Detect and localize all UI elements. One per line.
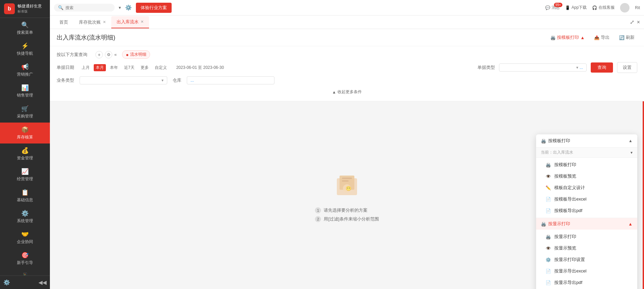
tab-home[interactable]: 首页 (54, 17, 74, 28)
display-excel-item[interactable]: 📄 按显示导出excel (536, 265, 637, 277)
template-custom-item[interactable]: ✏️ 模板自定义设计 (536, 182, 637, 193)
display-settings-label: 按显示打印设置 (554, 257, 585, 263)
display-excel-icon: 📄 (546, 269, 551, 274)
message-button[interactable]: 💬 消息 99+ (545, 5, 560, 10)
collab-icon: 🤝 (21, 231, 29, 238)
message-icon: 💬 (545, 5, 550, 10)
tab-batch-ledger[interactable]: 库存批次账 ✕ (74, 17, 111, 28)
template-print-item[interactable]: 🖨️ 按模板打印 (536, 159, 637, 170)
biz-dropdown[interactable]: ▾ (80, 76, 167, 84)
app-download-button[interactable]: 📱 App下载 (565, 5, 587, 10)
sidebar-item-marketing[interactable]: 📢 营销推广 (0, 60, 50, 81)
topbar: 🔍 ▾ ⚙️ 体验行业方案 💬 消息 99+ 📱 App下载 🎧 在线客服 Ri… (50, 0, 644, 16)
template-excel-item[interactable]: 📄 按模板导出excel (536, 193, 637, 205)
refresh-button[interactable]: 🔄 刷新 (616, 33, 637, 42)
sidebar-item-collab[interactable]: 🤝 企业协同 (0, 227, 50, 248)
date-range-display: 2023-06-01 至 2023-06-30 (176, 65, 224, 71)
collapse-button[interactable]: ▲ 收起更多条件 (325, 87, 369, 97)
date-this-month[interactable]: 本月 (94, 64, 106, 71)
sidebar-item-purchase[interactable]: 🛒 采购管理 (0, 102, 50, 123)
tab-flow-close-icon[interactable]: ✕ (141, 20, 144, 24)
tab-expand: ⤢ × (630, 19, 640, 25)
type-more-button[interactable]: ... (580, 65, 583, 70)
date-more[interactable]: 更多 (139, 64, 151, 71)
sidebar-item-label: 系统管理 (17, 218, 33, 224)
trial-button[interactable]: 体验行业方案 (136, 3, 172, 13)
tab-close-icon[interactable]: ✕ (103, 20, 106, 24)
sidebar-item-operations[interactable]: 📈 经营管理 (0, 164, 50, 185)
minimize-icon[interactable]: × (637, 19, 640, 25)
tip-text-2: 用[过滤]条件来缩小分析范围 (324, 216, 379, 222)
display-preview-icon: 👁️ (546, 246, 551, 251)
refresh-label: 刷新 (626, 34, 635, 41)
filter-label: 按以下方案查询 (57, 52, 87, 58)
search-box[interactable]: 🔍 (54, 4, 115, 11)
page-actions: 🖨️ 按模板打印 ▲ 📤 导出 🔄 刷新 (548, 33, 637, 42)
chevron-up-icon: ▲ (332, 90, 336, 95)
svg-rect-3 (342, 180, 349, 182)
sidebar-item-finance[interactable]: 💰 资金管理 (0, 143, 50, 164)
sidebar-item-label: 库存核算 (17, 134, 33, 140)
sidebar-item-apps[interactable]: 📱 应用中心 (0, 269, 50, 275)
warehouse-dropdown[interactable]: ... (187, 76, 274, 84)
sidebar-item-system[interactable]: ⚙️ 系统管理 (0, 206, 50, 227)
apps-icon: 📱 (21, 272, 29, 275)
chevron-up-icon: ▲ (580, 35, 585, 40)
date-last-7-days[interactable]: 近7天 (122, 64, 137, 71)
export-button[interactable]: 📤 导出 (591, 33, 612, 42)
display-pdf-item[interactable]: 📄 按显示导出pdf (536, 277, 637, 288)
resize-handle[interactable] (643, 101, 644, 289)
template-custom-icon: ✏️ (546, 185, 551, 190)
warehouse-more-button[interactable]: ... (191, 78, 194, 83)
tab-flow[interactable]: 出入库流水 ✕ (111, 16, 149, 28)
collapse-filter-icon[interactable]: « (114, 52, 117, 57)
filter-area: 按以下方案查询 + ⚙ « ● 流水明细 单据日期 上月 本月 本年 近7天 更… (50, 46, 644, 101)
sidebar-item-search-menu[interactable]: 🔍 搜索菜单 (0, 18, 50, 39)
template-preview-item[interactable]: 👁️ 按模板预览 (536, 170, 637, 182)
customer-service-button[interactable]: 🎧 在线客服 (592, 5, 615, 10)
topbar-left: 🔍 ▾ ⚙️ 体验行业方案 (54, 3, 172, 13)
tab-home-label: 首页 (59, 19, 68, 25)
add-filter-button[interactable]: + (95, 51, 103, 58)
display-section-collapse-icon[interactable]: ▲ (628, 221, 633, 227)
sidebar-item-basic[interactable]: 📋 基础信息 (0, 185, 50, 206)
display-settings-item[interactable]: ⚙️ 按显示打印设置 (536, 254, 637, 265)
display-print-title: 🖨️ 按显示打印 (541, 221, 570, 227)
template-pdf-item[interactable]: 📄 按模板导出pdf (536, 205, 637, 216)
topbar-right: 💬 消息 99+ 📱 App下载 🎧 在线客服 Rit (545, 3, 640, 12)
active-filter-tag[interactable]: ● 流水明细 (122, 50, 150, 59)
display-print-item[interactable]: 🖨️ 按显示打印 (536, 231, 637, 242)
display-print-item-icon: 🖨️ (546, 234, 551, 239)
sidebar-nav: 🔍 搜索菜单 ⚡ 快捷导航 📢 营销推广 📊 销售管理 🛒 采购管理 📦 库存核… (0, 18, 50, 275)
sidebar-item-guide[interactable]: 🎯 新手引导 (0, 248, 50, 269)
dropdown-arrow-icon[interactable]: ▾ (119, 5, 121, 10)
filter-settings-button[interactable]: ⚙ (105, 51, 112, 58)
content-area: 😶 1 请先选择要分析的方案 2 用[过滤]条件来缩小分析范围 🖨️ 按模板打印 (50, 101, 644, 289)
collapse-icon[interactable]: ◀◀ (38, 279, 47, 286)
sidebar-item-sales[interactable]: 📊 销售管理 (0, 81, 50, 102)
inventory-icon: 📦 (21, 126, 29, 133)
page-title: 出入库流水(流水明细) (57, 33, 115, 42)
date-this-year[interactable]: 本年 (108, 64, 120, 71)
sidebar-item-quick-nav[interactable]: ⚡ 快捷导航 (0, 39, 50, 60)
expand-icon[interactable]: ⤢ (630, 19, 634, 25)
settings-gear-icon[interactable]: ⚙️ (125, 4, 132, 11)
date-custom[interactable]: 自定义 (153, 64, 169, 71)
search-input[interactable] (65, 5, 106, 10)
tip-num-2: 2 (315, 216, 321, 222)
display-preview-item[interactable]: 👁️ 按显示预览 (536, 242, 637, 254)
template-pdf-label: 按模板导出pdf (554, 208, 582, 214)
user-avatar[interactable] (620, 3, 630, 12)
query-button[interactable]: 查询 (591, 62, 613, 73)
settings-icon[interactable]: ⚙️ (3, 279, 10, 286)
current-arrow-icon: ▾ (631, 150, 633, 155)
sidebar-item-label: 基础信息 (17, 197, 33, 203)
settings-button[interactable]: 设置 (617, 62, 637, 73)
panel-collapse-icon[interactable]: ▲ (628, 138, 633, 143)
sidebar-item-inventory[interactable]: 📦 库存核算 (0, 123, 50, 143)
print-template-button[interactable]: 🖨️ 按模板打印 ▲ (548, 33, 587, 42)
type-dropdown[interactable]: ▾ ... (499, 63, 587, 72)
collapse-label: 收起更多条件 (338, 89, 362, 95)
date-last-month[interactable]: 上月 (80, 64, 92, 71)
tab-flow-label: 出入库流水 (117, 19, 139, 25)
